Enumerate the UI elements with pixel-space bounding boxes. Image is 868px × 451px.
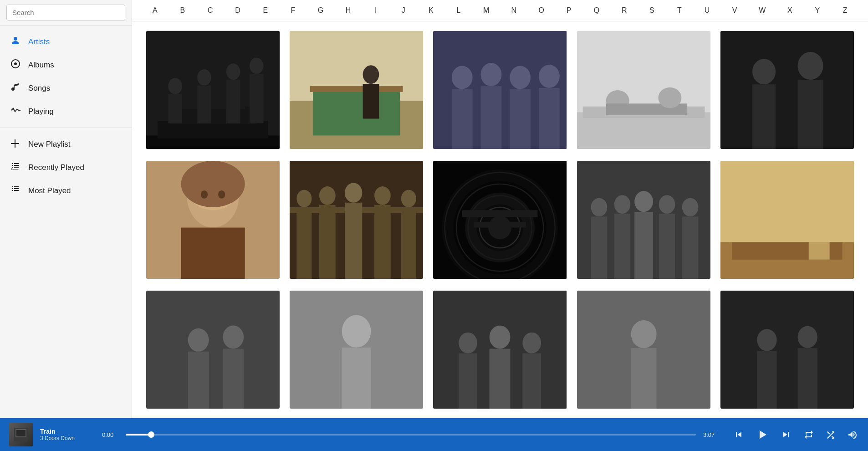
search-input[interactable] bbox=[6, 5, 125, 20]
artist-card-p1[interactable] bbox=[146, 290, 280, 409]
alpha-letter-B[interactable]: B bbox=[169, 5, 197, 16]
alpha-letter-P[interactable]: P bbox=[555, 5, 583, 16]
svg-point-76 bbox=[591, 198, 607, 217]
alpha-letter-A[interactable]: A bbox=[141, 5, 169, 16]
player-time-total: 3:07 bbox=[703, 431, 720, 438]
alpha-letter-L[interactable]: L bbox=[445, 5, 473, 16]
svg-point-0 bbox=[14, 37, 17, 41]
alpha-letter-V[interactable]: V bbox=[721, 5, 749, 16]
alpha-letter-Q[interactable]: Q bbox=[583, 5, 611, 16]
svg-rect-12 bbox=[197, 86, 211, 123]
shuffle-button[interactable] bbox=[823, 428, 837, 441]
sidebar-item-songs[interactable]: Songs bbox=[0, 77, 132, 100]
alpha-letter-Z[interactable]: Z bbox=[831, 5, 859, 16]
main-content: ABCDEFGHIJKLMNOPQRSTUVWXYZ 3 Doors Down … bbox=[132, 0, 868, 418]
alpha-letter-K[interactable]: K bbox=[417, 5, 445, 16]
player-track-info: Train 3 Doors Down bbox=[40, 428, 95, 441]
svg-rect-83 bbox=[659, 214, 675, 279]
artist-card-311[interactable]: 311 bbox=[433, 31, 567, 149]
alpha-letter-M[interactable]: M bbox=[472, 5, 500, 16]
svg-rect-79 bbox=[614, 214, 630, 279]
svg-rect-115 bbox=[797, 348, 817, 409]
alpha-letter-X[interactable]: X bbox=[776, 5, 804, 16]
repeat-button[interactable] bbox=[802, 428, 815, 441]
svg-point-11 bbox=[197, 69, 211, 86]
skip-back-button[interactable] bbox=[731, 427, 746, 442]
app-body: Artists Albums Songs Playing New Playlis… bbox=[0, 0, 868, 418]
most-played-icon bbox=[9, 184, 22, 197]
artist-card-30sec[interactable]: 30 Seconds to Mars bbox=[289, 31, 424, 149]
svg-rect-56 bbox=[319, 205, 336, 279]
artist-card-aerosmith[interactable]: Aerosmith bbox=[289, 160, 424, 279]
artist-image-allman bbox=[577, 161, 710, 279]
svg-rect-81 bbox=[634, 212, 653, 279]
playing-icon bbox=[9, 105, 22, 118]
alpha-letter-R[interactable]: R bbox=[610, 5, 638, 16]
alpha-letter-D[interactable]: D bbox=[224, 5, 252, 16]
alpha-letter-T[interactable]: T bbox=[666, 5, 694, 16]
alpha-letter-S[interactable]: S bbox=[638, 5, 666, 16]
artist-card-allman[interactable]: The Allman Brothers Band bbox=[577, 160, 711, 279]
sidebar-item-label: Songs bbox=[28, 84, 50, 93]
sidebar-item-most-played[interactable]: Most Played bbox=[0, 179, 132, 202]
svg-rect-28 bbox=[481, 86, 502, 149]
artist-image-311 bbox=[433, 31, 567, 149]
svg-rect-113 bbox=[757, 351, 776, 409]
sidebar-item-label: Albums bbox=[28, 61, 54, 70]
alpha-letter-F[interactable]: F bbox=[279, 5, 307, 16]
svg-point-109 bbox=[631, 320, 656, 348]
svg-point-13 bbox=[226, 63, 240, 80]
alpha-letter-Y[interactable]: Y bbox=[804, 5, 832, 16]
sidebar-item-recently-played[interactable]: Recently Played bbox=[0, 156, 132, 179]
svg-rect-30 bbox=[510, 89, 531, 149]
alpha-letter-G[interactable]: G bbox=[307, 5, 335, 16]
svg-rect-103 bbox=[459, 354, 477, 409]
alpha-letter-E[interactable]: E bbox=[251, 5, 279, 16]
play-button[interactable] bbox=[754, 426, 771, 443]
artist-card-alicia[interactable]: Alicia Keys and Jack White bbox=[433, 160, 567, 279]
artist-card-aha[interactable]: A-Ha bbox=[720, 31, 854, 149]
artists-icon bbox=[9, 36, 22, 48]
alpha-letter-C[interactable]: C bbox=[196, 5, 224, 16]
artist-card-3ohi3[interactable]: 3Oh!3 bbox=[577, 31, 711, 149]
artist-card-p3[interactable] bbox=[433, 290, 567, 409]
artist-card-p4[interactable] bbox=[577, 290, 711, 409]
artist-card-adele[interactable]: Adele bbox=[146, 160, 280, 279]
alpha-letter-I[interactable]: I bbox=[362, 5, 390, 16]
sidebar-item-albums[interactable]: Albums bbox=[0, 53, 132, 77]
svg-point-29 bbox=[510, 66, 531, 89]
search-bar[interactable] bbox=[0, 0, 132, 26]
artist-card-p5[interactable] bbox=[720, 290, 854, 409]
alpha-letter-N[interactable]: N bbox=[500, 5, 528, 16]
svg-rect-41 bbox=[752, 84, 776, 149]
svg-point-84 bbox=[682, 198, 698, 217]
volume-button[interactable] bbox=[845, 428, 859, 441]
artist-card-arctic[interactable]: Arctic Monkeys bbox=[720, 160, 854, 279]
svg-rect-32 bbox=[539, 88, 560, 149]
skip-forward-button[interactable] bbox=[779, 427, 793, 442]
sidebar-item-playing[interactable]: Playing bbox=[0, 100, 132, 123]
alphabet-bar: ABCDEFGHIJKLMNOPQRSTUVWXYZ bbox=[132, 0, 868, 21]
alpha-letter-U[interactable]: U bbox=[693, 5, 721, 16]
songs-icon bbox=[9, 82, 22, 94]
player-progress-thumb bbox=[148, 431, 154, 438]
sidebar-item-new-playlist[interactable]: New Playlist bbox=[0, 133, 132, 156]
svg-rect-85 bbox=[682, 216, 698, 279]
player-progress-bar[interactable] bbox=[126, 434, 696, 436]
sidebar-item-label: Playing bbox=[28, 107, 54, 116]
alpha-letter-W[interactable]: W bbox=[748, 5, 776, 16]
svg-rect-97 bbox=[223, 348, 244, 409]
sidebar-item-artists[interactable]: Artists bbox=[0, 30, 132, 53]
player-track-name: Train bbox=[40, 428, 95, 435]
alpha-letter-O[interactable]: O bbox=[528, 5, 556, 16]
artist-card-p2[interactable] bbox=[289, 290, 424, 409]
artist-card-3doors[interactable]: 3 Doors Down bbox=[146, 31, 280, 149]
alpha-letter-J[interactable]: J bbox=[389, 5, 417, 16]
svg-rect-118 bbox=[16, 430, 26, 436]
svg-rect-92 bbox=[720, 161, 854, 242]
svg-point-112 bbox=[757, 329, 776, 351]
sidebar-playlist-label: Most Played bbox=[28, 186, 71, 195]
alpha-letter-H[interactable]: H bbox=[334, 5, 362, 16]
artist-image-arctic bbox=[720, 161, 854, 279]
player-time-current: 0:00 bbox=[102, 431, 118, 438]
